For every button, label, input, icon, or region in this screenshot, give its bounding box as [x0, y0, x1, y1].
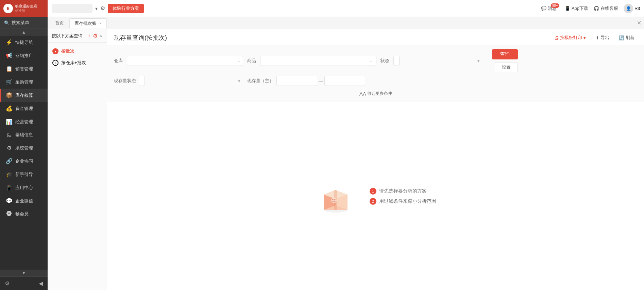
- user-avatar: 👤: [624, 4, 633, 13]
- search-menu-item[interactable]: 🔍 搜索菜单: [0, 17, 48, 29]
- topbar: ▾ ⚙ 体验行业方案 💬 消息 99+ 📱 App下载 🎧 在线客服 👤 Rit: [48, 0, 644, 17]
- sidebar-item-wechat[interactable]: 💬 企业微信: [0, 194, 48, 207]
- messages-action[interactable]: 💬 消息 99+: [541, 5, 557, 12]
- phone-icon: 📱: [565, 6, 570, 11]
- panel-header-icons: + ⚙ «: [88, 33, 103, 39]
- sidebar-item-member[interactable]: 🅥 畅会员: [0, 207, 48, 220]
- tab-close-icon[interactable]: ×: [99, 21, 102, 26]
- member-icon: 🅥: [6, 211, 13, 217]
- quick-nav-icon: ⚡: [6, 39, 13, 46]
- sidebar-item-guide[interactable]: 🎓 新手引导: [0, 168, 48, 181]
- tab-batch-account[interactable]: 库存批次账 ×: [69, 18, 107, 29]
- nav-label: 企业微信: [15, 198, 33, 204]
- close-all-icon[interactable]: ✕: [637, 20, 641, 26]
- message-icon: 💬: [541, 6, 546, 11]
- settings-button[interactable]: 设置: [495, 62, 518, 72]
- inventory-qty-field: 现存量（主） —: [247, 76, 376, 86]
- filter-area: 仓库 ··· 商品 ···: [107, 45, 644, 102]
- print-button[interactable]: 🖨 按模板打印 ▾: [552, 33, 589, 42]
- svg-point-8: [334, 199, 335, 200]
- warehouse-more-icon[interactable]: ···: [236, 58, 240, 64]
- warehouse-input[interactable]: [127, 56, 243, 66]
- scheme-wh-batch-icon: ○: [52, 60, 58, 66]
- topbar-search-input[interactable]: [52, 4, 92, 13]
- topbar-left: ▾ ⚙ 体验行业方案: [52, 4, 538, 13]
- sidebar-item-marketing[interactable]: 📢 营销推广: [0, 49, 48, 62]
- footer-collapse-icon[interactable]: ◀: [39, 280, 43, 287]
- step-num-1: 1: [370, 188, 376, 195]
- refresh-label: 刷新: [626, 35, 634, 41]
- page-actions: 🖨 按模板打印 ▾ ⬆ 导出 🔄 刷新: [552, 33, 637, 42]
- batch-tab-label: 库存批次账: [74, 20, 97, 26]
- page-header: 现存量查询(按批次) 🖨 按模板打印 ▾ ⬆ 导出 🔄 刷新: [107, 29, 644, 45]
- inventory-qty-label: 现存量（主）: [247, 78, 274, 84]
- empty-step-1: 1 请先选择要分析的方案: [370, 188, 436, 195]
- trial-button[interactable]: 体验行业方案: [108, 4, 144, 13]
- nav-label: 采购管理: [15, 79, 33, 85]
- status-select-wrapper: [393, 56, 482, 66]
- marketing-icon: 📢: [6, 52, 13, 59]
- app-download-action[interactable]: 📱 App下载: [565, 5, 588, 12]
- product-input[interactable]: [260, 56, 376, 66]
- topbar-dropdown-icon[interactable]: ▾: [95, 6, 98, 11]
- scheme-by-warehouse-batch[interactable]: ○ 按仓库+批次: [48, 57, 107, 69]
- inventory-qty-to[interactable]: [324, 76, 365, 86]
- guide-icon: 🎓: [6, 171, 13, 178]
- sidebar-item-sales[interactable]: 📋 销售管理: [0, 62, 48, 75]
- sidebar-item-appcenter[interactable]: 📱 应用中心: [0, 181, 48, 194]
- sidebar-item-purchase[interactable]: 🛒 采购管理: [0, 75, 48, 89]
- scheme-by-batch[interactable]: ● 按批次: [48, 46, 107, 57]
- inv-status-select[interactable]: [139, 76, 145, 86]
- basics-icon: 🗂: [6, 132, 13, 138]
- print-label: 按模板打印: [560, 35, 582, 41]
- online-service-action[interactable]: 🎧 在线客服: [594, 5, 618, 12]
- search-menu-label: 搜索菜单: [12, 20, 29, 26]
- sidebar-item-enterprise[interactable]: 🔗 企业协同: [0, 155, 48, 168]
- sidebar-item-system[interactable]: ⚙ 系统管理: [0, 141, 48, 155]
- sidebar-item-basics[interactable]: 🗂 基础信息: [0, 128, 48, 141]
- scheme-settings-icon[interactable]: ⚙: [93, 33, 98, 39]
- online-service-label: 在线客服: [600, 5, 618, 12]
- warehouse-field: 仓库 ···: [114, 56, 243, 66]
- sidebar: 6 畅康通好生意 标准版 🔍 搜索菜单 ▲ ⚡ 快捷导航 📢 营销推广 📋 销售…: [0, 0, 48, 290]
- nav-label: 经营管理: [15, 119, 33, 125]
- sidebar-item-operations[interactable]: 📊 经营管理: [0, 115, 48, 128]
- refresh-button[interactable]: 🔄 刷新: [616, 33, 637, 42]
- inventory-status-field: 现存量状态: [114, 76, 243, 86]
- nav-label: 基础信息: [15, 132, 33, 138]
- nav-label: 资金管理: [15, 106, 33, 112]
- scroll-down-arrow[interactable]: ▼: [0, 270, 48, 276]
- svg-point-7: [332, 199, 333, 200]
- nav-label: 系统管理: [15, 145, 33, 151]
- add-scheme-icon[interactable]: +: [88, 33, 91, 39]
- sidebar-item-quick-nav[interactable]: ⚡ 快捷导航: [0, 36, 48, 49]
- scheme-batch-icon: ●: [52, 48, 58, 54]
- step-1-text: 请先选择要分析的方案: [379, 188, 427, 194]
- status-select[interactable]: [393, 56, 400, 66]
- filter-row-2: 现存量状态 现存量（主） —: [114, 76, 637, 86]
- panel-collapse-icon[interactable]: «: [100, 33, 103, 39]
- nav-label: 新手引导: [15, 171, 33, 178]
- collapse-button[interactable]: ⋀⋀ 收起更多条件: [355, 89, 396, 98]
- search-icon: 🔍: [4, 20, 10, 25]
- sidebar-item-finance[interactable]: 💰 资金管理: [0, 102, 48, 115]
- inventory-icon: 📦: [6, 92, 13, 98]
- product-more-icon[interactable]: ···: [370, 58, 374, 64]
- export-button[interactable]: ⬆ 导出: [593, 33, 612, 42]
- topbar-right: 💬 消息 99+ 📱 App下载 🎧 在线客服 👤 Rit: [541, 4, 640, 13]
- topbar-gear-icon[interactable]: ⚙: [100, 5, 105, 12]
- sidebar-item-inventory[interactable]: 📦 库存核算: [0, 89, 48, 102]
- product-input-wrapper: ···: [260, 56, 376, 66]
- sales-icon: 📋: [6, 66, 13, 72]
- edition-label: 标准版: [15, 8, 37, 13]
- tabs-bar: 首页 库存批次账 × ✕: [48, 17, 644, 29]
- inventory-qty-from[interactable]: [276, 76, 317, 86]
- warehouse-label: 仓库: [114, 58, 124, 64]
- user-menu[interactable]: 👤 Rit: [624, 4, 640, 13]
- scroll-up-arrow[interactable]: ▲: [0, 29, 48, 36]
- app-download-label: App下载: [572, 5, 588, 12]
- svg-point-6: [331, 198, 337, 203]
- footer-settings-icon[interactable]: ⚙: [5, 280, 10, 287]
- query-button[interactable]: 查询: [492, 49, 518, 59]
- tab-home[interactable]: 首页: [50, 18, 69, 28]
